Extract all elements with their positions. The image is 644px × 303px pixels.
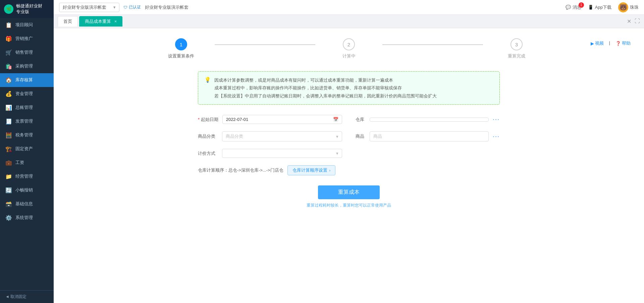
close-window-icon[interactable]: ✕ [627,18,631,25]
video-link[interactable]: ▶ 视频 [591,40,604,46]
category-placeholder: 商品分类 [226,133,333,139]
phone-icon: 📱 [588,5,593,10]
sidebar-item-finance[interactable]: 💰 资金管理 [0,87,54,101]
form-row-2: 商品分类 商品分类 ▾ 商品 商品 ··· [198,131,500,141]
invoice-icon: 🧾 [5,118,12,125]
bulb-icon: 💡 [204,77,211,100]
app-download-button[interactable]: 📱 App下载 [588,4,611,10]
help-link[interactable]: ❓ 帮助 [615,40,631,46]
warehouse-input[interactable] [370,118,489,122]
start-date-label: 起始日期 [198,117,218,123]
sidebar-item-label: 系统管理 [15,215,33,221]
user-name: 珠珠 [630,4,639,10]
marketing-icon: 🎁 [5,36,12,42]
category-select[interactable]: 商品分类 ▾ [222,131,342,141]
main-area: 好业财专业版演示帐套 ▾ 🛡 已认证 好业财专业版演示帐套 💬 消息 1 📱 A… [54,0,644,303]
messages-badge: 1 [579,2,584,8]
sidebar-item-label: 总账管理 [15,104,33,111]
sidebar-item-business[interactable]: 📁 经营管理 [0,170,54,183]
verified-label: 已认证 [129,4,141,10]
tax-icon: 🧮 [5,132,12,138]
calc-order-btn[interactable]: 仓库计算顺序设置 › [287,165,336,175]
sidebar-item-label: 采购管理 [15,63,33,69]
pricing-chevron-icon: ▾ [336,151,338,156]
system-icon: ⚙️ [5,215,12,221]
pricing-label: 计价方式 [198,150,218,157]
sidebar-item-expense[interactable]: 🔄 小畅报销 [0,183,54,197]
sidebar-item-marketing[interactable]: 🎁 营销推广 [0,32,54,46]
notice-box: 💡 因成本计算参数调整，或是对商品成本有疑问时，可以通过成本重算功能，重新计算一… [198,71,500,105]
sidebar-item-label: 固定资产 [15,146,33,152]
sidebar-item-sales[interactable]: 🛒 销售管理 [0,46,54,59]
step-3: 3 重算完成 [483,38,550,59]
finance-icon: 💰 [5,91,12,97]
sidebar-item-system[interactable]: ⚙️ 系统管理 [0,211,54,225]
calendar-icon[interactable]: 📅 [333,117,338,122]
sidebar-item-label: 销售管理 [15,49,33,55]
category-field: 商品分类 商品分类 ▾ [198,131,342,141]
shield-icon: 🛡 [123,5,127,10]
warehouse-label: 仓库 [356,117,366,123]
inventory-icon: 🏠 [5,77,12,83]
sidebar-item-project[interactable]: 📋 项目顾问 [0,18,54,32]
start-date-value: 2022-07-01 [226,117,330,122]
assets-icon: 🏗️ [5,146,12,152]
form-area: 起始日期 2022-07-01 📅 仓库 ··· 商品分类 [198,115,500,208]
step-line-1 [215,44,315,45]
sidebar-item-tax[interactable]: 🧮 税务管理 [0,128,54,142]
sidebar-item-inventory[interactable]: 🏠 库存核算 [0,73,54,87]
sidebar-item-basicinfo[interactable]: 🗃️ 基础信息 [0,197,54,211]
submit-area: 重算成本 重算过程耗时较长，重算时您可以正常使用产品 [198,185,500,208]
purchase-icon: 🛍️ [5,63,12,70]
messages-button[interactable]: 💬 消息 1 [566,4,581,10]
warehouse-more-icon[interactable]: ··· [493,116,500,123]
account-selector[interactable]: 好业财专业版演示帐套 ▾ [59,3,119,12]
product-input[interactable]: 商品 [370,131,489,141]
step-1: 1 设置重算条件 [148,38,215,59]
tab-home-label: 首页 [63,19,72,24]
accounting-icon: 📊 [5,104,12,111]
app-name: 畅捷通好业财 [16,3,42,9]
product-more-icon[interactable]: ··· [493,133,500,140]
play-icon: ▶ [591,41,594,46]
separator: | [609,40,610,46]
recalc-hint: 重算过程耗时较长，重算时您可以正常使用产品 [198,203,500,208]
sidebar-item-invoice[interactable]: 🧾 发票管理 [0,115,54,128]
topbar-right: 💬 消息 1 📱 App下载 🐻 珠珠 [566,2,639,12]
expand-icon[interactable]: ⛶ [635,18,640,25]
sidebar-item-payroll[interactable]: 💼 工资 [0,156,54,170]
topbar: 好业财专业版演示帐套 ▾ 🛡 已认证 好业财专业版演示帐套 💬 消息 1 📱 A… [54,0,644,15]
sidebar-item-purchase[interactable]: 🛍️ 采购管理 [0,59,54,73]
user-menu[interactable]: 🐻 珠珠 [618,2,639,12]
step-1-circle: 1 [175,38,187,50]
sidebar-item-label: 经营管理 [15,173,33,179]
tab-active-label: 商品成本重算 [85,19,111,24]
business-icon: 📁 [5,173,12,180]
sidebar-item-label: 税务管理 [15,132,33,138]
step-2-label: 计算中 [342,53,356,59]
tabs-controls: ✕ ⛶ [627,18,640,25]
product-field: 商品 商品 ··· [356,131,500,141]
sidebar: 🌿 畅捷通好业财 专业版 📋 项目顾问 🎁 营销推广 🛒 销售管理 🛍️ 采购管… [0,0,54,303]
start-date-input[interactable]: 2022-07-01 📅 [222,115,342,124]
tab-close-icon[interactable]: × [114,19,117,24]
pricing-select[interactable]: ▾ [222,149,342,158]
tab-home[interactable]: 首页 [58,16,78,27]
account-name: 好业财专业版演示帐套 [63,4,106,10]
sidebar-item-assets[interactable]: 🏗️ 固定资产 [0,142,54,156]
product-label: 商品 [356,133,366,139]
sidebar-item-label: 基础信息 [15,201,33,207]
calc-order-label: 仓库计算顺序：总仓->深圳仓库->...->门店仓 [198,167,283,173]
recalc-button[interactable]: 重算成本 [318,185,380,199]
sidebar-item-label: 发票管理 [15,118,33,124]
sidebar-item-label: 项目顾问 [15,22,33,28]
app-logo: 🌿 畅捷通好业财 专业版 [0,0,54,18]
step-2: 2 计算中 [315,38,382,59]
unpin-button[interactable]: ◄ 取消固定 [0,290,54,303]
category-label: 商品分类 [198,133,218,139]
sidebar-item-label: 营销推广 [15,36,33,42]
sidebar-item-accounting[interactable]: 📊 总账管理 [0,101,54,115]
recalc-label: 重算成本 [338,189,360,195]
unpin-label: ◄ 取消固定 [5,294,26,300]
tab-cost-recalc[interactable]: 商品成本重算 × [79,16,122,27]
